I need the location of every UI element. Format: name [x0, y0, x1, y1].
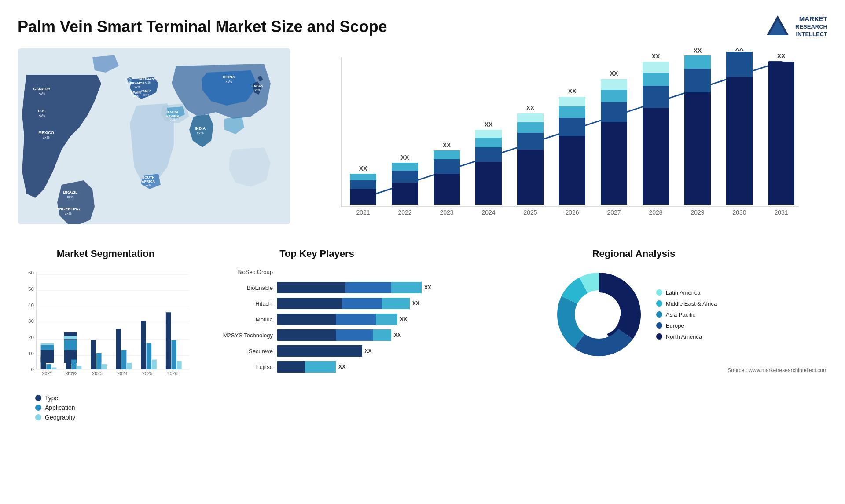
- svg-rect-63: [517, 113, 544, 122]
- svg-text:XX: XX: [443, 142, 451, 149]
- svg-text:2021: 2021: [356, 209, 370, 216]
- svg-rect-57: [475, 130, 502, 138]
- svg-rect-73: [601, 102, 627, 122]
- legend-type: Type: [35, 394, 194, 402]
- svg-rect-126: [91, 340, 96, 369]
- svg-text:2024: 2024: [481, 209, 495, 216]
- player-hitachi: Hitachi XX: [202, 298, 431, 309]
- svg-rect-123: [66, 350, 71, 369]
- svg-text:xx%: xx%: [254, 88, 260, 91]
- svg-rect-84: [684, 92, 711, 205]
- regional-section: Regional Analysis: [440, 248, 827, 421]
- svg-text:XX: XX: [568, 88, 577, 95]
- svg-rect-127: [96, 353, 102, 369]
- svg-rect-61: [517, 133, 544, 150]
- svg-text:2024: 2024: [117, 371, 128, 376]
- svg-rect-78: [643, 108, 669, 205]
- svg-rect-50: [434, 159, 460, 174]
- legend-application: Application: [35, 404, 194, 411]
- svg-rect-112: [41, 345, 54, 350]
- svg-text:JAPAN: JAPAN: [252, 84, 264, 88]
- svg-rect-75: [601, 79, 627, 90]
- bioenable-bar: XX: [277, 282, 431, 293]
- player-m2sys: M2SYS Technology XX: [202, 329, 431, 341]
- mofiria-bar: XX: [277, 314, 431, 325]
- svg-text:2021: 2021: [42, 371, 53, 376]
- svg-text:2030: 2030: [732, 209, 746, 216]
- biosec-bar: [277, 266, 431, 278]
- svg-rect-121: [46, 364, 51, 369]
- svg-rect-132: [141, 321, 146, 369]
- svg-text:SOUTH: SOUTH: [142, 175, 154, 179]
- svg-text:FRANCE: FRANCE: [130, 81, 145, 85]
- svg-text:U.S.: U.S.: [38, 109, 46, 113]
- svg-text:50: 50: [28, 286, 34, 292]
- top-section: CANADA xx% U.S. xx% MEXICO xx% BRAZIL xx…: [18, 48, 827, 235]
- svg-rect-130: [121, 350, 127, 369]
- growth-bar-chart: XX 2021 XX 2022 XX 2023 XX 2024: [304, 48, 827, 233]
- svg-text:AFRICA: AFRICA: [142, 179, 155, 183]
- svg-text:2029: 2029: [691, 209, 704, 216]
- svg-rect-93: [768, 62, 794, 205]
- map-section: CANADA xx% U.S. xx% MEXICO xx% BRAZIL xx…: [18, 48, 290, 235]
- svg-rect-133: [147, 343, 152, 369]
- svg-rect-90: [726, 52, 753, 77]
- europe-dot: [656, 322, 662, 329]
- svg-text:2022: 2022: [398, 209, 411, 216]
- source-text: Source : www.marketresearchintellect.com: [440, 367, 827, 373]
- svg-text:ARGENTINA: ARGENTINA: [56, 207, 80, 211]
- svg-text:0: 0: [31, 367, 33, 372]
- svg-text:2028: 2028: [649, 209, 662, 216]
- svg-text:XX: XX: [526, 104, 535, 111]
- svg-rect-136: [171, 340, 176, 369]
- svg-text:CANADA: CANADA: [33, 87, 51, 91]
- donut-chart: [551, 266, 647, 363]
- svg-text:XX: XX: [359, 165, 367, 172]
- key-players-section: Top Key Players BioSec Group BioEnable X…: [202, 248, 431, 421]
- svg-text:xx%: xx%: [145, 184, 151, 187]
- svg-text:2026: 2026: [167, 371, 178, 376]
- svg-text:xx%: xx%: [197, 131, 203, 135]
- svg-text:SPAIN: SPAIN: [130, 91, 141, 95]
- svg-rect-120: [41, 356, 46, 369]
- svg-text:XX: XX: [401, 154, 409, 161]
- svg-text:xx%: xx%: [169, 119, 175, 122]
- svg-text:XX: XX: [485, 121, 493, 128]
- geography-dot: [35, 414, 41, 420]
- svg-text:xx%: xx%: [134, 85, 140, 88]
- svg-text:GERMANY: GERMANY: [139, 77, 157, 81]
- svg-text:XX: XX: [735, 48, 744, 52]
- regional-title: Regional Analysis: [440, 248, 827, 259]
- svg-rect-67: [559, 118, 585, 136]
- legend-north-america: North America: [656, 333, 717, 340]
- player-fujitsu: Fujitsu XX: [202, 361, 431, 373]
- legend-europe: Europe: [656, 322, 717, 329]
- svg-text:XX: XX: [652, 53, 660, 60]
- svg-rect-66: [559, 136, 585, 205]
- svg-rect-89: [726, 77, 753, 205]
- svg-rect-44: [392, 183, 418, 205]
- svg-text:MEXICO: MEXICO: [38, 131, 54, 135]
- svg-rect-40: [350, 180, 376, 189]
- svg-text:XX: XX: [777, 52, 786, 59]
- svg-rect-45: [392, 171, 418, 183]
- svg-text:ITALY: ITALY: [141, 89, 151, 93]
- svg-rect-117: [64, 340, 77, 350]
- svg-rect-137: [177, 361, 182, 369]
- svg-text:BRAZIL: BRAZIL: [63, 190, 78, 194]
- svg-text:20: 20: [28, 335, 34, 340]
- svg-text:xx%: xx%: [143, 93, 149, 96]
- asia-pacific-dot: [656, 311, 662, 318]
- type-dot: [35, 395, 41, 401]
- bottom-section: Market Segmentation 60 50 40 30 20 10 0: [18, 248, 827, 421]
- svg-rect-74: [601, 90, 627, 102]
- svg-text:2025: 2025: [523, 209, 537, 216]
- svg-rect-69: [559, 97, 585, 106]
- segmentation-section: Market Segmentation 60 50 40 30 20 10 0: [18, 248, 194, 421]
- svg-text:XX: XX: [694, 48, 702, 54]
- svg-text:2026: 2026: [565, 209, 579, 216]
- bar-chart-section: XX 2021 XX 2022 XX 2023 XX 2024: [304, 48, 827, 235]
- secureye-bar: XX: [277, 345, 431, 357]
- legend-geography: Geography: [35, 414, 194, 421]
- page-title: Palm Vein Smart Terminal Market Size and…: [18, 18, 387, 36]
